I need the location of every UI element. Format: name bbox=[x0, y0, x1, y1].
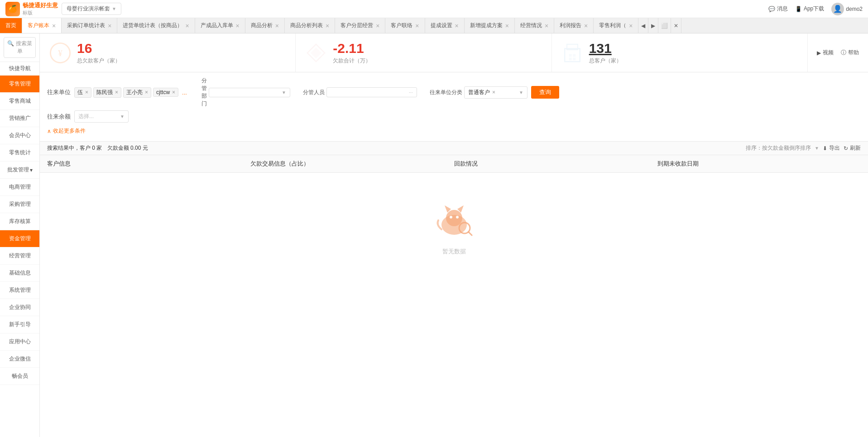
tab-customer-segment-label: 客户分层经营 bbox=[340, 22, 373, 29]
tab-business-status-label: 经营情况 bbox=[520, 22, 542, 29]
stats-bar: ¥ 16 总欠款客户（家） -2.11 欠款合计（万 bbox=[40, 33, 868, 72]
tab-goods-analysis-list[interactable]: 商品分析列表 × bbox=[285, 18, 335, 33]
table-col-debt-info: 欠款交易信息（占比） bbox=[250, 160, 454, 168]
help-icon: ⓘ bbox=[841, 49, 846, 57]
tab-receivables[interactable]: 客户账本 × bbox=[22, 18, 62, 33]
tab-raise-settings[interactable]: 提成设置 × bbox=[425, 18, 465, 33]
user-menu[interactable]: 👤 demo2 bbox=[831, 3, 863, 15]
sidebar-item-retail-mall[interactable]: 零售商城 bbox=[0, 93, 39, 110]
close-purchase-orders-tab[interactable]: × bbox=[108, 23, 111, 29]
sidebar-item-new-guide-label: 新手引导 bbox=[9, 321, 31, 328]
tab-close-all-btn[interactable]: ✕ bbox=[671, 18, 681, 33]
sidebar-item-retail-mall-label: 零售商城 bbox=[9, 98, 31, 104]
app-download-btn[interactable]: 📱 App下载 bbox=[795, 5, 824, 13]
quick-nav-btn[interactable]: 快捷导航 bbox=[0, 62, 39, 76]
logo-text: 畅捷通好生意 标版 bbox=[23, 2, 58, 16]
sidebar-item-enterprise[interactable]: 企业协同 bbox=[0, 299, 39, 316]
sidebar-item-system[interactable]: 系统管理 bbox=[0, 282, 39, 299]
unit-filter-tags: 伍 × 陈民强 × 王小亮 × cjttcw × ... bbox=[74, 87, 189, 98]
sidebar-item-basic-info[interactable]: 基础信息 bbox=[0, 265, 39, 282]
close-retail-profit-tab[interactable]: × bbox=[629, 23, 633, 29]
remove-unit-tag-0[interactable]: × bbox=[85, 89, 88, 95]
sidebar-item-purchase[interactable]: 采购管理 bbox=[0, 196, 39, 213]
balance-select[interactable]: 选择... ▼ bbox=[74, 110, 129, 123]
close-receivables-tab[interactable]: × bbox=[52, 23, 56, 29]
sidebar-item-app-center[interactable]: 应用中心 bbox=[0, 333, 39, 351]
tab-new-success-plan[interactable]: 新增提成方案 × bbox=[465, 18, 515, 33]
sidebar-item-wechat[interactable]: 企业微信 bbox=[0, 351, 39, 368]
refresh-btn[interactable]: ↻ 刷新 bbox=[844, 144, 861, 152]
close-raise-settings-tab[interactable]: × bbox=[455, 23, 459, 29]
sidebar-item-wholesale[interactable]: 批发管理 ▾ bbox=[0, 162, 39, 179]
sidebar-item-finance-label: 资金管理 bbox=[9, 235, 31, 242]
dept-chevron-icon: ▼ bbox=[282, 90, 286, 95]
tab-cost-inbound[interactable]: 产成品入库单 × bbox=[195, 18, 245, 33]
sidebar-item-system-label: 系统管理 bbox=[9, 287, 31, 293]
person-select[interactable]: ··· bbox=[326, 87, 417, 97]
collapse-btn[interactable]: ∧ 收起更多条件 bbox=[47, 125, 861, 137]
results-actions: 排序：按欠款金额倒序排序 ▼ ⬇ 导出 ↻ 刷新 bbox=[746, 144, 861, 152]
close-profit-report-tab[interactable]: × bbox=[584, 23, 588, 29]
account-selector[interactable]: 母婴行业演示帐套 ▼ bbox=[62, 3, 121, 15]
close-goods-analysis-tab[interactable]: × bbox=[275, 23, 279, 29]
tab-business-status[interactable]: 经营情况 × bbox=[515, 18, 554, 33]
remove-unit-tag-3[interactable]: × bbox=[172, 89, 175, 95]
unit-category-tag-0: 普通客户 × bbox=[468, 89, 495, 96]
sidebar-item-member[interactable]: 畅会员 bbox=[0, 368, 39, 385]
search-menu-btn[interactable]: 🔍 搜索菜单 bbox=[4, 37, 36, 58]
sidebar-item-new-guide[interactable]: 新手引导 bbox=[0, 316, 39, 333]
tab-inbound-stats[interactable]: 进货单统计表（按商品） × bbox=[117, 18, 195, 33]
empty-state: 暂无数据 bbox=[40, 173, 868, 283]
tab-profit-report[interactable]: 利润报告 × bbox=[554, 18, 594, 33]
sidebar-item-app-center-label: 应用中心 bbox=[9, 338, 31, 345]
sidebar-item-wholesale-label: 批发管理 bbox=[7, 166, 29, 174]
quick-nav-label: 快捷导航 bbox=[9, 65, 31, 71]
close-inbound-stats-tab[interactable]: × bbox=[185, 23, 189, 29]
dept-select[interactable]: ▼ bbox=[209, 88, 290, 97]
sidebar-item-inventory[interactable]: 库存核算 bbox=[0, 213, 39, 230]
sidebar-item-marketing[interactable]: 营销推广 bbox=[0, 110, 39, 127]
export-btn[interactable]: ⬇ 导出 bbox=[823, 144, 840, 152]
tab-goods-analysis-label: 商品分析 bbox=[251, 22, 273, 29]
tab-customer-contact[interactable]: 客户联络 × bbox=[385, 18, 425, 33]
filter-row-2: 往来余额 选择... ▼ bbox=[47, 110, 861, 123]
tab-goods-analysis[interactable]: 商品分析 × bbox=[245, 18, 285, 33]
sidebar-item-retail[interactable]: 零售管理 bbox=[0, 76, 39, 93]
close-customer-segment-tab[interactable]: × bbox=[376, 23, 379, 29]
tab-home[interactable]: 首页 bbox=[0, 18, 22, 33]
close-goods-analysis-list-tab[interactable]: × bbox=[326, 23, 329, 29]
yuan-icon: ¥ bbox=[49, 42, 72, 64]
collapse-area: ∧ 收起更多条件 bbox=[47, 125, 861, 137]
close-cost-inbound-tab[interactable]: × bbox=[236, 23, 240, 29]
tab-next-btn[interactable]: ▶ bbox=[648, 18, 658, 33]
sidebar-item-ecommerce[interactable]: 电商管理 bbox=[0, 179, 39, 196]
sidebar-item-member-center[interactable]: 会员中心 bbox=[0, 127, 39, 144]
sidebar-item-ecommerce-label: 电商管理 bbox=[9, 184, 31, 190]
logo-icon: 🍊 bbox=[5, 2, 20, 16]
svg-text:¥: ¥ bbox=[58, 48, 62, 58]
close-customer-contact-tab[interactable]: × bbox=[415, 23, 419, 29]
close-business-status-tab[interactable]: × bbox=[545, 23, 548, 29]
unit-category-select[interactable]: 普通客户 × ▼ bbox=[464, 86, 528, 99]
help-btn[interactable]: ⓘ 帮助 bbox=[841, 49, 859, 57]
tab-prev-btn[interactable]: ◀ bbox=[638, 18, 648, 33]
query-btn[interactable]: 查询 bbox=[531, 86, 559, 99]
sidebar-item-retail-stats[interactable]: 零售统计 bbox=[0, 144, 39, 162]
more-tags-btn[interactable]: ... bbox=[180, 88, 189, 97]
unit-tag-1: 陈民强 × bbox=[93, 87, 121, 98]
table-area: 客户信息 欠款交易信息（占比） 回款情况 到期未收款日期 bbox=[40, 155, 868, 437]
video-btn[interactable]: ▶ 视频 bbox=[817, 49, 834, 57]
tab-inbound-stats-label: 进货单统计表（按商品） bbox=[123, 22, 182, 29]
tab-customer-segment[interactable]: 客户分层经营 × bbox=[335, 18, 385, 33]
close-new-success-plan-tab[interactable]: × bbox=[505, 23, 509, 29]
tab-retail-profit[interactable]: 零售利润（ × bbox=[594, 18, 638, 33]
dept-label: 分管部门 bbox=[201, 77, 207, 108]
sidebar-item-operation[interactable]: 经营管理 bbox=[0, 247, 39, 265]
remove-unit-tag-1[interactable]: × bbox=[115, 89, 118, 95]
tab-purchase-orders[interactable]: 采购订单统计表 × bbox=[62, 18, 117, 33]
message-btn[interactable]: 💬 消息 bbox=[768, 5, 788, 13]
tab-maximize-btn[interactable]: ⬜ bbox=[658, 18, 671, 33]
remove-unit-tag-2[interactable]: × bbox=[145, 89, 148, 95]
remove-unit-category-tag-0[interactable]: × bbox=[492, 89, 495, 95]
sidebar-item-finance[interactable]: 资金管理 bbox=[0, 230, 39, 247]
